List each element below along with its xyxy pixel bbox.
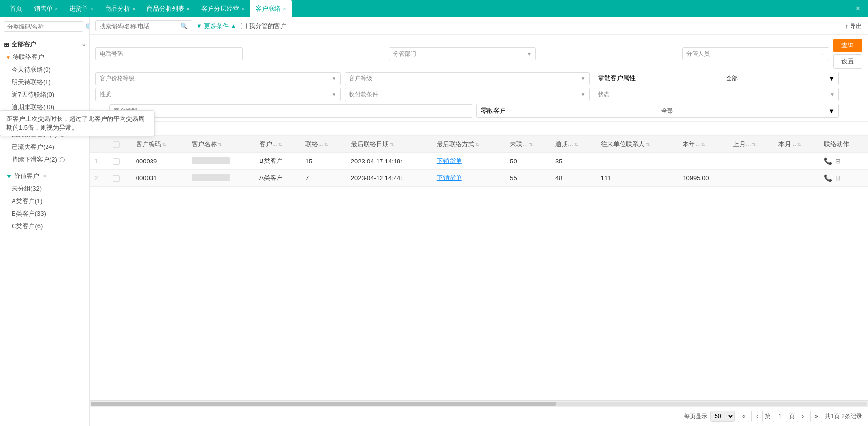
table-row: 1000039B类客户152023-04-17 14:19:下销货单5035 📞… bbox=[90, 153, 868, 170]
action-more-icon[interactable]: ⊞ bbox=[835, 157, 841, 165]
scrollbar-thumb[interactable] bbox=[91, 402, 556, 406]
phone-field[interactable]: 电话号码 bbox=[95, 47, 243, 60]
page-navigation: « ‹ 第 页 › » bbox=[738, 411, 822, 422]
main-search-input[interactable] bbox=[100, 23, 178, 29]
col-uncontacted[interactable]: 未联...⇅ bbox=[505, 136, 550, 153]
info-icon-3: ⓘ bbox=[60, 157, 65, 162]
nav-analysis-list[interactable]: 商品分析列表 × bbox=[141, 0, 195, 17]
sidebar-class-a[interactable]: A类客户(1) bbox=[0, 195, 89, 207]
last-page-btn[interactable]: » bbox=[810, 411, 822, 422]
department-field[interactable]: 分管部门 ▼ bbox=[389, 47, 536, 60]
nav-analysis[interactable]: 商品分析 × bbox=[99, 0, 141, 17]
row-num: 1 bbox=[90, 153, 108, 170]
nav-purchase-close[interactable]: × bbox=[90, 0, 93, 17]
nav-sales-close[interactable]: × bbox=[55, 0, 58, 17]
nav-home[interactable]: 首页 bbox=[4, 0, 28, 17]
gender-field[interactable]: 性质 ▼ bbox=[95, 88, 341, 101]
sort-name-icon: ⇅ bbox=[218, 142, 222, 147]
row-checkbox-cell bbox=[108, 153, 131, 170]
nav-purchase[interactable]: 进货单 × bbox=[63, 0, 99, 17]
col-last-month[interactable]: 上月...⇅ bbox=[728, 136, 774, 153]
customer-type-field[interactable]: 客户类型 bbox=[109, 104, 472, 118]
sidebar-search-icon[interactable]: 🔍 bbox=[85, 23, 90, 30]
col-name[interactable]: 客户名称⇅ bbox=[187, 136, 255, 153]
prev-page-btn[interactable]: ‹ bbox=[751, 411, 763, 422]
col-this-year[interactable]: 本年...⇅ bbox=[678, 136, 728, 153]
nav-customer-mgmt[interactable]: 客户分层经营 × bbox=[196, 0, 250, 17]
sidebar-class-b[interactable]: B类客户(33) bbox=[0, 207, 89, 220]
sort-date-icon: ⇅ bbox=[390, 142, 394, 147]
row-action: 📞 ⊞ bbox=[819, 153, 868, 170]
sidebar-7days-pending[interactable]: 近7天待联络(0) bbox=[0, 88, 89, 101]
content-area: 🔍 ▼ 更多条件 ▲ 我分管的客户 ↑ 导出 电话号码 bbox=[90, 17, 868, 426]
my-customers-checkbox[interactable]: 我分管的客户 bbox=[241, 22, 287, 30]
main-search-icon[interactable]: 🔍 bbox=[180, 22, 188, 29]
row-contact: 15 bbox=[301, 153, 346, 170]
action-phone-icon[interactable]: 📞 bbox=[824, 157, 832, 165]
export-button[interactable]: ↑ 导出 bbox=[845, 22, 863, 30]
query-button[interactable]: 查询 bbox=[833, 39, 862, 52]
price-level-field[interactable]: 客户价格等级 ▼ bbox=[95, 72, 341, 85]
nav-customer-mgmt-close[interactable]: × bbox=[241, 0, 244, 17]
row-uncontacted: 55 bbox=[505, 170, 550, 187]
nav-sales[interactable]: 销售单 × bbox=[28, 0, 63, 17]
edit-icon[interactable]: ✏ bbox=[43, 173, 47, 179]
next-page-btn[interactable]: › bbox=[797, 411, 808, 422]
action-phone-icon[interactable]: 📞 bbox=[824, 174, 832, 182]
status-arrow: ▼ bbox=[830, 92, 835, 97]
row-type: A类客户 bbox=[255, 170, 301, 187]
sidebar-value-header[interactable]: ▼ 价值客户 ✏ bbox=[0, 170, 89, 182]
search-box[interactable]: 🔍 bbox=[95, 20, 192, 31]
nav-customer-contact-close[interactable]: × bbox=[283, 0, 286, 17]
col-overdue[interactable]: 逾期...⇅ bbox=[550, 136, 596, 153]
sidebar-class-c[interactable]: C类客户(6) bbox=[0, 220, 89, 233]
table-wrapper[interactable]: 客户编码⇅ 客户名称⇅ 客户...⇅ 联络...⇅ 最后联络日期⇅ 最后联络方式… bbox=[90, 136, 868, 400]
window-close-button[interactable]: × bbox=[852, 4, 864, 13]
sidebar-today-pending[interactable]: 今天待联络(0) bbox=[0, 63, 89, 76]
col-contact[interactable]: 联络...⇅ bbox=[301, 136, 346, 153]
payment-field[interactable]: 收付款条件 ▼ bbox=[345, 88, 590, 101]
horizontal-scrollbar[interactable] bbox=[90, 400, 868, 406]
my-customers-check[interactable] bbox=[241, 23, 247, 29]
action-more-icon[interactable]: ⊞ bbox=[835, 174, 841, 182]
row-last-method[interactable]: 下销货单 bbox=[432, 153, 505, 170]
nav-analysis-close[interactable]: × bbox=[132, 0, 135, 17]
row-code: 000039 bbox=[131, 153, 187, 170]
row-this-month bbox=[774, 170, 819, 187]
triangle-icon-2: ▼ bbox=[6, 173, 12, 180]
col-last-method[interactable]: 最后联络方式⇅ bbox=[432, 136, 505, 153]
customer-level-field[interactable]: 客户等级 ▼ bbox=[345, 72, 590, 85]
row-checkbox[interactable] bbox=[113, 158, 120, 165]
header-checkbox[interactable] bbox=[113, 141, 120, 148]
sidebar-declining[interactable]: 持续下滑客户(2) ⓘ bbox=[0, 153, 89, 166]
sidebar-ungroup[interactable]: 未分组(32) bbox=[0, 182, 89, 195]
row-last-method[interactable]: 下销货单 bbox=[432, 170, 505, 187]
first-page-btn[interactable]: « bbox=[738, 411, 749, 422]
nav-customer-contact[interactable]: 客户联络 × bbox=[250, 0, 291, 17]
sidebar-pending-title[interactable]: ▼ 待联络客户 bbox=[0, 51, 89, 63]
gender-arrow: ▼ bbox=[332, 92, 336, 97]
row-checkbox[interactable] bbox=[113, 175, 120, 182]
col-last-date[interactable]: 最后联络日期⇅ bbox=[346, 136, 432, 153]
col-company-contact[interactable]: 往来单位联系人⇅ bbox=[596, 136, 678, 153]
sidebar-tomorrow-pending[interactable]: 明天待联络(1) bbox=[0, 76, 89, 88]
status-field[interactable]: 状态 ▼ bbox=[594, 88, 839, 101]
col-code[interactable]: 客户编码⇅ bbox=[131, 136, 187, 153]
manager-field[interactable]: 分管人员 ··· bbox=[682, 47, 829, 60]
sidebar-lost[interactable]: 已流失客户(24) bbox=[0, 141, 89, 153]
data-table: 客户编码⇅ 客户名称⇅ 客户...⇅ 联络...⇅ 最后联络日期⇅ 最后联络方式… bbox=[90, 136, 868, 187]
col-type[interactable]: 客户...⇅ bbox=[255, 136, 301, 153]
sidebar-search-input[interactable] bbox=[4, 21, 83, 32]
nav-analysis-list-close[interactable]: × bbox=[186, 0, 189, 17]
page-input[interactable] bbox=[773, 411, 787, 422]
set-button[interactable]: 设置 bbox=[833, 54, 862, 69]
col-this-month[interactable]: 本月...⇅ bbox=[774, 136, 819, 153]
sidebar-collapse-btn[interactable]: « bbox=[82, 42, 85, 47]
manager-dots[interactable]: ··· bbox=[820, 50, 825, 57]
retail-customer-field[interactable]: 零散客户 全部 ▼ bbox=[476, 104, 839, 118]
sidebar-all-customers[interactable]: ⊞ 全部客户 « bbox=[0, 36, 89, 51]
page-size-select[interactable]: 50 100 bbox=[710, 411, 735, 422]
retail-attr-field[interactable]: 零散客户属性 全部 ▼ bbox=[594, 72, 839, 85]
more-filter-btn[interactable]: ▼ 更多条件 ▲ bbox=[196, 22, 237, 30]
row-name bbox=[187, 170, 255, 187]
